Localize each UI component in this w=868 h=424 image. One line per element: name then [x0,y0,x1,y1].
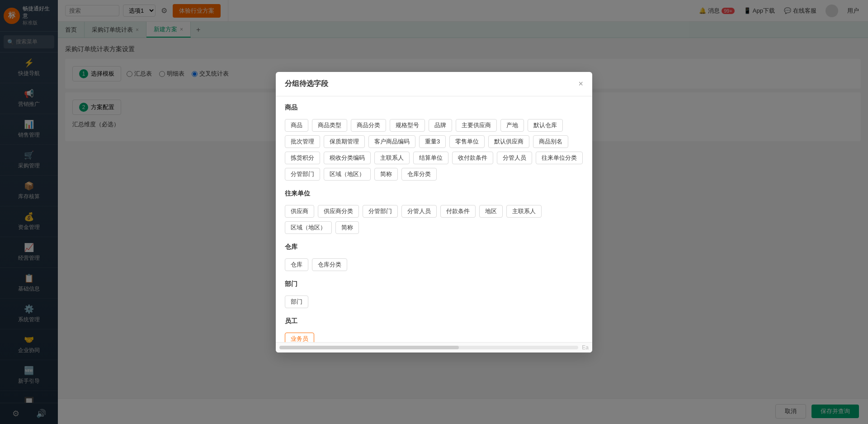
tag-commodity-cat[interactable]: 商品分类 [351,119,386,132]
tag-manage-person[interactable]: 分管人员 [401,205,437,218]
tag-unit-type[interactable]: 往来单位分类 [536,152,583,164]
tag-region[interactable]: 区域（地区） [324,168,371,181]
section-staff-tags: 业务员 [285,333,583,342]
dialog-header: 分组待选字段 × [276,72,592,96]
section-partner: 往来单位 供应商 供应商分类 分管部门 分管人员 付款条件 地区 主联系人 区域… [285,190,583,234]
section-warehouse-tags: 仓库 仓库分类 [285,258,583,271]
tag-tax-code[interactable]: 税收分类编码 [324,152,371,164]
section-product: 商品 商品 商品类型 商品分类 规格型号 品牌 主要供应商 产地 默认仓库 批次… [285,104,583,181]
tag-payment-terms[interactable]: 收付款条件 [452,152,493,164]
field-select-dialog: 分组待选字段 × 商品 商品 商品类型 商品分类 规格型号 品牌 主要供应商 产… [276,72,592,353]
tag-warehouse-cat[interactable]: 仓库分类 [401,168,437,181]
tag-spec-type[interactable]: 规格型号 [390,119,425,132]
tag-quality-mgmt[interactable]: 保质期管理 [324,135,365,148]
tag-main-supplier[interactable]: 主要供应商 [456,119,497,132]
tag-short-name2[interactable]: 简称 [335,221,359,234]
tag-manage-dept[interactable]: 分管部门 [363,205,398,218]
tag-short-name[interactable]: 简称 [374,168,398,181]
tag-salesperson[interactable]: 业务员 [285,333,314,342]
tag-main-contact[interactable]: 主联系人 [506,205,542,218]
tag-commodity-type[interactable]: 商品类型 [312,119,347,132]
section-product-title: 商品 [285,104,583,114]
tag-area[interactable]: 地区 [479,205,503,218]
dialog-title: 分组待选字段 [285,79,328,89]
section-warehouse-title: 仓库 [285,243,583,254]
tag-dept[interactable]: 分管部门 [285,168,320,181]
tag-origin[interactable]: 产地 [500,119,524,132]
tag-wh-cat[interactable]: 仓库分类 [312,258,347,271]
tag-settle-unit[interactable]: 结算单位 [413,152,448,164]
tag-batch-mgmt[interactable]: 批次管理 [285,135,320,148]
section-department: 部门 部门 [285,280,583,308]
tag-pay-terms[interactable]: 付款条件 [440,205,476,218]
tag-pick-score[interactable]: 拣货积分 [285,152,320,164]
section-staff-title: 员工 [285,317,583,328]
horizontal-scrollbar[interactable] [279,346,578,349]
tag-supplier-cat[interactable]: 供应商分类 [318,205,359,218]
tag-commodity[interactable]: 商品 [285,119,308,132]
section-warehouse: 仓库 仓库 仓库分类 [285,243,583,271]
tag-brand[interactable]: 品牌 [429,119,452,132]
tag-weight3[interactable]: 重量3 [419,135,446,148]
tag-default-supplier[interactable]: 默认供应商 [488,135,529,148]
section-staff: 员工 业务员 [285,317,583,342]
dialog-body: 商品 商品 商品类型 商品分类 规格型号 品牌 主要供应商 产地 默认仓库 批次… [276,96,592,342]
section-partner-title: 往来单位 [285,190,583,200]
tag-dept2[interactable]: 部门 [285,295,308,308]
tag-wh[interactable]: 仓库 [285,258,308,271]
tag-supplier[interactable]: 供应商 [285,205,314,218]
tag-region2[interactable]: 区域（地区） [285,221,332,234]
section-department-title: 部门 [285,280,583,291]
dialog-scrollbar-area: Ea [276,342,592,353]
tag-default-warehouse[interactable]: 默认仓库 [528,119,563,132]
tag-manager[interactable]: 分管人员 [497,152,532,164]
tag-customer-code[interactable]: 客户商品编码 [368,135,415,148]
section-partner-tags: 供应商 供应商分类 分管部门 分管人员 付款条件 地区 主联系人 区域（地区） … [285,205,583,234]
tag-retail-unit[interactable]: 零售单位 [449,135,485,148]
horizontal-scrollbar-thumb[interactable] [279,346,459,349]
section-department-tags: 部门 [285,295,583,308]
section-product-tags: 商品 商品类型 商品分类 规格型号 品牌 主要供应商 产地 默认仓库 批次管理 … [285,119,583,181]
tag-contact[interactable]: 主联系人 [374,152,410,164]
dialog-close-button[interactable]: × [578,79,583,89]
scroll-hint-text: Ea [582,344,589,351]
tag-alias[interactable]: 商品别名 [533,135,568,148]
